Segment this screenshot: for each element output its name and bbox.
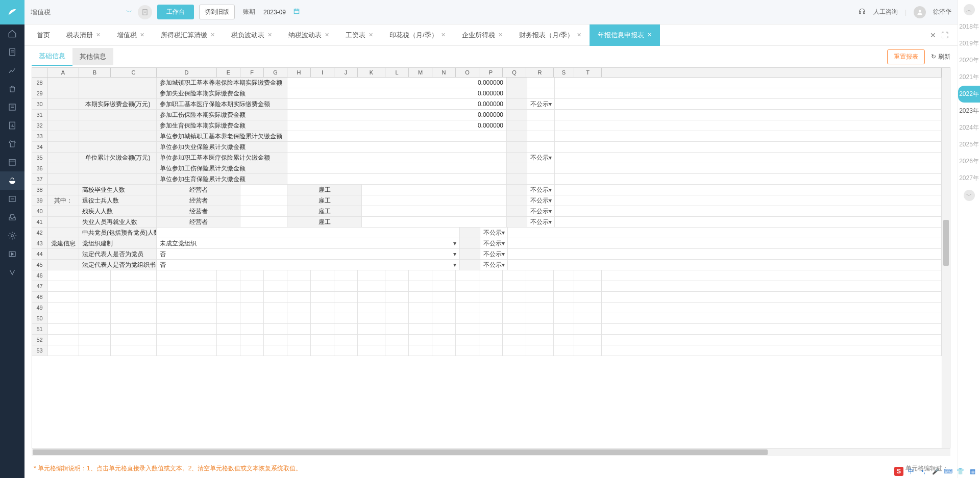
support-label[interactable]: 人工咨询 (873, 8, 898, 16)
row-header[interactable]: 37 (32, 174, 47, 184)
subtab-basic[interactable]: 基础信息 (32, 47, 72, 66)
col-header-C[interactable]: C (111, 68, 157, 77)
publicity-select[interactable] (527, 120, 555, 131)
publicity-select[interactable] (527, 88, 555, 98)
module-dropdown[interactable]: 增值税 ﹀ (31, 8, 133, 17)
empty-cell[interactable] (287, 313, 311, 323)
row-header[interactable]: 28 (32, 78, 47, 88)
empty-cell[interactable] (503, 303, 526, 313)
empty-cell[interactable] (456, 292, 479, 302)
publicity-select[interactable] (527, 142, 555, 152)
publicity-select[interactable] (527, 78, 555, 88)
empty-cell[interactable] (217, 313, 240, 323)
empty-cell[interactable] (409, 303, 432, 313)
tab-close-icon[interactable]: ✕ (140, 32, 144, 38)
row-header[interactable]: 53 (32, 345, 47, 356)
empty-cell[interactable] (217, 335, 240, 345)
avatar-icon[interactable] (914, 6, 926, 18)
tab-close-icon[interactable]: ✕ (96, 32, 101, 38)
value-cell[interactable] (240, 217, 287, 227)
col-header-P[interactable]: P (479, 68, 503, 77)
publicity-select[interactable]: 不公示▾ (527, 195, 555, 206)
empty-cell[interactable] (574, 345, 602, 356)
empty-cell[interactable] (311, 303, 334, 313)
nav-gear-icon[interactable] (0, 227, 24, 245)
value-cell[interactable]: 0.000000 (287, 99, 507, 109)
publicity-select[interactable]: 不公示▾ (527, 217, 555, 227)
empty-cell[interactable] (479, 324, 503, 334)
tab-0[interactable]: 首页 (29, 24, 58, 46)
nav-list-icon[interactable] (0, 98, 24, 116)
year-2024年[interactable]: 2024年 (958, 119, 981, 136)
refresh-button[interactable]: ↻ 刷新 (931, 53, 950, 61)
tab-close-icon[interactable]: ✕ (369, 32, 373, 38)
empty-cell[interactable] (432, 324, 456, 334)
empty-cell[interactable] (358, 292, 385, 302)
empty-cell[interactable] (334, 345, 358, 356)
empty-cell[interactable] (526, 324, 554, 334)
col-header-K[interactable]: K (358, 68, 385, 77)
year-2020年[interactable]: 2020年 (958, 52, 981, 69)
empty-cell[interactable] (240, 313, 264, 323)
empty-cell[interactable] (157, 313, 217, 323)
row-header[interactable]: 50 (32, 313, 47, 323)
empty-cell[interactable] (311, 270, 334, 281)
tab-1[interactable]: 税表清册✕ (58, 24, 109, 46)
empty-cell[interactable] (111, 281, 157, 291)
empty-cell[interactable] (217, 281, 240, 291)
empty-cell[interactable] (311, 292, 334, 302)
empty-cell[interactable] (240, 292, 264, 302)
value-cell[interactable]: 0.000000 (287, 88, 507, 98)
empty-cell[interactable] (264, 281, 287, 291)
publicity-select[interactable]: 不公示▾ (527, 206, 555, 216)
empty-cell[interactable] (479, 292, 503, 302)
publicity-select[interactable] (527, 131, 555, 141)
col-header-I[interactable]: I (311, 68, 334, 77)
value-cell[interactable]: 0.000000 (287, 78, 507, 88)
col-header-E[interactable]: E (217, 68, 240, 77)
col-header-L[interactable]: L (385, 68, 409, 77)
empty-cell[interactable] (479, 303, 503, 313)
empty-cell[interactable] (409, 324, 432, 334)
value-cell[interactable] (287, 131, 507, 141)
empty-cell[interactable] (432, 303, 456, 313)
empty-cell[interactable] (432, 345, 456, 356)
col-header-J[interactable]: J (334, 68, 358, 77)
empty-cell[interactable] (409, 335, 432, 345)
tab-8[interactable]: 企业所得税✕ (454, 24, 511, 46)
empty-cell[interactable] (47, 292, 79, 302)
value-cell[interactable] (287, 153, 507, 163)
empty-cell[interactable] (47, 335, 79, 345)
empty-cell[interactable] (385, 324, 409, 334)
empty-cell[interactable] (432, 292, 456, 302)
year-2023年[interactable]: 2023年 (958, 103, 981, 119)
empty-cell[interactable] (456, 324, 479, 334)
row-header[interactable]: 34 (32, 142, 47, 152)
empty-cell[interactable] (157, 270, 217, 281)
reset-button[interactable]: 重置报表 (887, 49, 925, 64)
empty-cell[interactable] (111, 292, 157, 302)
ime-lang-icon[interactable]: 中 (906, 467, 916, 476)
nav-inbox-icon[interactable] (0, 208, 24, 227)
nav-transfer-icon[interactable] (0, 190, 24, 208)
empty-cell[interactable] (217, 303, 240, 313)
row-header[interactable]: 36 (32, 163, 47, 173)
empty-cell[interactable] (554, 270, 574, 281)
tab-2[interactable]: 增值税✕ (109, 24, 153, 46)
empty-cell[interactable] (432, 313, 456, 323)
row-header[interactable]: 32 (32, 120, 47, 131)
empty-cell[interactable] (554, 345, 574, 356)
col-header-S[interactable]: S (554, 68, 574, 77)
empty-cell[interactable] (503, 270, 526, 281)
tab-10[interactable]: 年报信息申报表✕ (590, 24, 660, 46)
nav-video-icon[interactable] (0, 245, 24, 263)
empty-cell[interactable] (479, 345, 503, 356)
nav-rice-icon[interactable] (0, 171, 24, 190)
workbench-button[interactable]: 工作台 (157, 5, 194, 19)
tab-close-icon[interactable]: ✕ (325, 32, 329, 38)
empty-cell[interactable] (111, 270, 157, 281)
value-cell[interactable] (362, 217, 507, 227)
empty-cell[interactable] (554, 335, 574, 345)
empty-cell[interactable] (47, 303, 79, 313)
row-header[interactable]: 48 (32, 292, 47, 302)
